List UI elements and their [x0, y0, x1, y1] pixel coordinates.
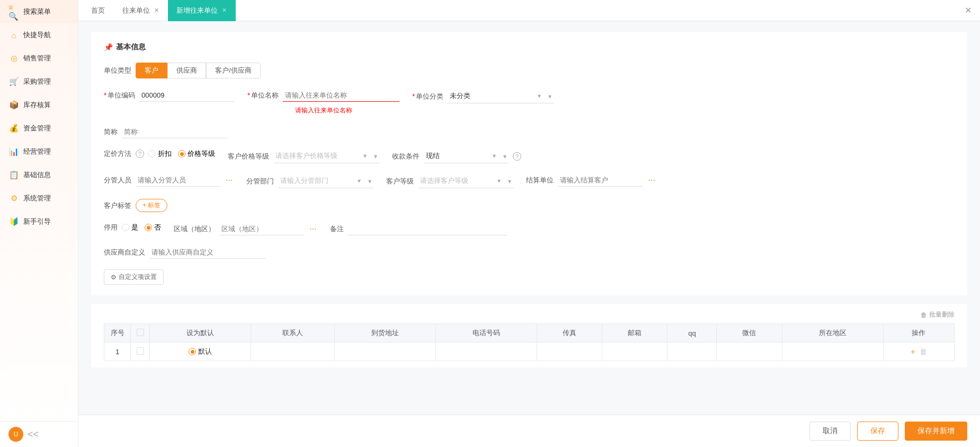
settlement-more-btn[interactable]: ···: [647, 176, 656, 185]
code-name-category-row: *单位编码 *单位名称 请输入往来单位名称 *单位分类: [104, 89, 955, 115]
remark-label: 备注: [330, 224, 344, 234]
tab-home[interactable]: 首页: [83, 0, 114, 21]
save-new-button[interactable]: 保存并新增: [905, 422, 967, 441]
tags-label: 客户标签: [104, 201, 131, 211]
sidebar-item-search[interactable]: ≡🔍 搜索菜单: [0, 0, 78, 23]
sidebar-item-guide[interactable]: 🔰 新手引导: [0, 210, 78, 233]
unit-type-btn-supplier[interactable]: 供应商: [167, 63, 206, 78]
unit-code-input[interactable]: [139, 89, 235, 102]
cell-wechat: [717, 343, 782, 361]
unit-category-select[interactable]: 未分类 ▾: [448, 89, 554, 103]
short-name-label: 简称: [104, 127, 118, 137]
batch-delete-btn[interactable]: 🗑 批量删除: [921, 310, 955, 319]
purchase-icon: 🛒: [8, 76, 19, 87]
level-radio-circle: [178, 150, 185, 157]
cell-phone: [435, 343, 537, 361]
region-more-btn[interactable]: ···: [308, 224, 317, 234]
cancel-button[interactable]: 取消: [809, 422, 851, 441]
sidebar-item-purchase[interactable]: 🛒 采购管理: [0, 70, 78, 93]
cell-contact: [251, 343, 334, 361]
sidebar-item-operations[interactable]: 📊 经营管理: [0, 140, 78, 163]
manager-input[interactable]: [136, 174, 220, 187]
sidebar-item-quicknav[interactable]: ⌂ 快捷导航: [0, 23, 78, 47]
unit-name-field: *单位名称 请输入往来单位名称: [247, 89, 399, 115]
customer-price-level-label: 客户价格等级: [228, 152, 269, 161]
pricing-radio-discount[interactable]: 折扣: [148, 149, 172, 159]
customer-price-level-chevron: ▾: [363, 152, 367, 160]
disabled-region-row: 停用 是 否 区域（地区） ···: [104, 223, 955, 235]
supplier-custom-input[interactable]: [149, 246, 266, 259]
unit-category-select-wrap: 未分类 ▾: [448, 89, 554, 103]
add-row-btn[interactable]: +: [911, 347, 915, 356]
unit-type-field: 单位类型 客户 供应商 客户/供应商: [104, 63, 261, 78]
unit-code-field: *单位编码: [104, 89, 235, 102]
tab-partners[interactable]: 往来单位 ✕: [114, 0, 168, 21]
operations-icon: 📊: [8, 146, 19, 157]
col-default: 设为默认: [150, 324, 251, 343]
col-region: 所在地区: [782, 324, 883, 343]
disabled-no-circle: [145, 224, 152, 231]
manager-row: 分管人员 ··· 分管部门 请输入分管部门 ▾ 客户等级: [104, 174, 955, 188]
region-label: 区域（地区）: [174, 224, 215, 234]
basic-icon: 📋: [8, 170, 19, 180]
cell-region: [782, 343, 883, 361]
tab-partners-close[interactable]: ✕: [154, 7, 159, 14]
department-select-wrap: 请输入分管部门 ▾: [278, 174, 373, 188]
sidebar-item-basic[interactable]: 📋 基础信息: [0, 163, 78, 187]
customer-price-level-select[interactable]: 请选择客户价格等级 ▾: [273, 149, 379, 163]
col-contact: 联系人: [251, 324, 334, 343]
settlement-field: 结算单位 ···: [526, 174, 656, 187]
batch-delete-icon: 🗑: [921, 311, 927, 319]
sidebar-item-sales[interactable]: ◎ 销售管理: [0, 47, 78, 70]
payment-terms-select-wrap: 现结 ▾: [424, 149, 509, 163]
sidebar-item-inventory[interactable]: 📦 库存核算: [0, 93, 78, 117]
disabled-radio-no[interactable]: 否: [145, 223, 161, 232]
payment-terms-select[interactable]: 现结 ▾: [424, 149, 509, 163]
col-qq: qq: [667, 324, 717, 343]
disabled-radio-group: 是 否: [122, 223, 161, 232]
region-input[interactable]: [219, 223, 304, 235]
add-tag-btn[interactable]: + 标签: [136, 199, 167, 212]
cell-checkbox[interactable]: [131, 343, 150, 361]
manager-more-btn[interactable]: ···: [225, 176, 234, 185]
sidebar-item-system[interactable]: ⚙ 系统管理: [0, 187, 78, 210]
save-button[interactable]: 保存: [857, 422, 898, 441]
department-select[interactable]: 请输入分管部门 ▾: [278, 174, 373, 188]
select-all-checkbox[interactable]: [137, 329, 144, 336]
user-avatar: U: [8, 427, 23, 442]
custom-settings-btn[interactable]: ⚙ 自定义项设置: [104, 269, 164, 285]
unit-name-input[interactable]: [283, 89, 399, 102]
pricing-method-field: 定价方法 ? 折扣 价格等级: [104, 149, 215, 159]
short-name-input[interactable]: [122, 126, 228, 138]
unit-type-btn-both[interactable]: 客户/供应商: [206, 63, 261, 78]
tab-new-partner-close[interactable]: ✕: [222, 7, 227, 14]
remark-input[interactable]: [348, 223, 507, 235]
customer-level-label: 客户等级: [386, 177, 414, 186]
contacts-table-section: 🗑 批量删除 序号 设为默认 联系人 到货地址 电话号码 传真 邮箱 qq: [91, 304, 967, 367]
default-radio[interactable]: [189, 348, 196, 355]
unit-type-btn-customer[interactable]: 客户: [136, 63, 167, 78]
department-field: 分管部门 请输入分管部门 ▾: [246, 174, 373, 188]
tab-new-partner[interactable]: 新增往来单位 ✕: [168, 0, 236, 21]
section-title-icon: 📌: [104, 43, 113, 51]
disabled-radio-yes[interactable]: 是: [122, 223, 138, 232]
custom-settings-wrap: ⚙ 自定义项设置: [104, 269, 955, 285]
delete-row-btn[interactable]: 🗑: [920, 347, 927, 356]
customer-level-field: 客户等级 请选择客户等级 ▾: [386, 174, 513, 188]
col-checkbox[interactable]: [131, 324, 150, 343]
global-close-button[interactable]: ✕: [960, 5, 976, 15]
pricing-radio-level[interactable]: 价格等级: [178, 149, 215, 159]
cell-email: [602, 343, 667, 361]
cell-default[interactable]: 默认: [150, 343, 251, 361]
customer-level-select[interactable]: 请选择客户等级 ▾: [418, 174, 513, 188]
pricing-help-icon[interactable]: ?: [136, 150, 144, 158]
payment-terms-help-icon[interactable]: ?: [513, 152, 521, 161]
row-actions: + 🗑: [889, 347, 949, 356]
pricing-method-label: 定价方法: [104, 149, 131, 159]
settlement-input[interactable]: [558, 174, 643, 187]
unit-type-group: 客户 供应商 客户/供应商: [136, 63, 261, 78]
department-label: 分管部门: [246, 177, 274, 186]
row-checkbox[interactable]: [137, 347, 144, 355]
section-title: 📌 基本信息: [104, 42, 955, 52]
sidebar-item-finance[interactable]: 💰 资金管理: [0, 117, 78, 140]
